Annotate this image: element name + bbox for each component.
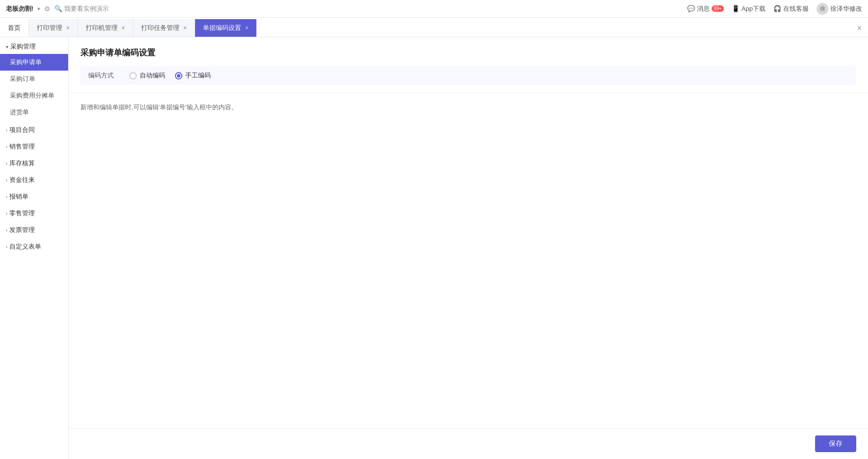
message-icon: 💬	[687, 5, 695, 12]
tab-printer-management[interactable]: 打印机管理 ×	[78, 19, 133, 37]
chevron-right-icon: ›	[6, 244, 7, 250]
online-service-button[interactable]: 🎧 在线客服	[773, 4, 809, 13]
close-all-icon: ✕	[857, 25, 862, 32]
sidebar-group-procurement-label: 采购管理	[10, 42, 36, 51]
chevron-right-icon: ›	[6, 211, 7, 216]
notification-button[interactable]: 💬 消息 99+	[687, 4, 724, 13]
search-area[interactable]: 🔍 我要看实例演示	[54, 4, 109, 13]
main-layout: ▾ 采购管理 采购申请单 采购订单 采购费用分摊单 进货单 › 项目合同 ›	[0, 37, 868, 459]
app-download-label: App下载	[742, 4, 766, 13]
content-body: 新增和编辑单据时,可以编辑'单据编号'输入框中的内容。	[69, 93, 868, 428]
page-title: 采购申请单编码设置	[80, 47, 856, 58]
tab-single-code-label: 单据编码设置	[203, 24, 241, 32]
sidebar-group-fund-label: 资金往来	[9, 176, 35, 184]
sidebar: ▾ 采购管理 采购申请单 采购订单 采购费用分摊单 进货单 › 项目合同 ›	[0, 37, 69, 459]
search-icon: 🔍	[54, 5, 62, 12]
app-download-button[interactable]: 📱 App下载	[732, 4, 766, 13]
tab-printer-management-label: 打印机管理	[86, 24, 118, 32]
headset-icon: 🎧	[773, 5, 781, 12]
radio-auto-code[interactable]: 自动编码	[129, 71, 165, 80]
sidebar-group-retail[interactable]: › 零售管理	[0, 204, 68, 221]
radio-group-encoding: 自动编码 手工编码	[129, 71, 211, 80]
sidebar-group-project-label: 项目合同	[9, 126, 35, 134]
sidebar-group-returns[interactable]: › 报销单	[0, 187, 68, 204]
tab-home[interactable]: 首页	[0, 19, 29, 37]
sidebar-group-invoice[interactable]: › 发票管理	[0, 221, 68, 237]
sidebar-group-custom-form-label: 自定义表单	[9, 242, 41, 251]
sidebar-group-returns-label: 报销单	[9, 192, 28, 201]
tab-home-label: 首页	[8, 24, 21, 32]
sidebar-group-procurement[interactable]: ▾ 采购管理	[0, 37, 68, 54]
sidebar-section-procurement: ▾ 采购管理 采购申请单 采购订单 采购费用分摊单 进货单 › 项目合同 ›	[0, 37, 68, 254]
top-bar: 老板勿割! ▾ ⚙ 🔍 我要看实例演示 💬 消息 99+ 📱 App下载 🎧 在…	[0, 0, 868, 18]
sidebar-item-purchase-expense[interactable]: 采购费用分摊单	[0, 87, 68, 104]
save-button[interactable]: 保存	[815, 435, 856, 452]
notification-label: 消息	[697, 4, 710, 13]
content-area: 采购申请单编码设置 编码方式 自动编码 手工编码 新增和编辑单据时,可以编辑'单…	[69, 37, 868, 459]
tab-single-code-setting[interactable]: 单据编码设置 ×	[195, 19, 257, 37]
tab-close-single-code[interactable]: ×	[245, 25, 248, 31]
chevron-right-icon: ›	[6, 161, 7, 166]
sidebar-group-custom-form[interactable]: › 自定义表单	[0, 237, 68, 254]
avatar: 徐	[817, 3, 828, 15]
sidebar-item-stock-in[interactable]: 进货单	[0, 104, 68, 121]
sidebar-group-sales-label: 销售管理	[9, 142, 35, 151]
download-icon: 📱	[732, 5, 740, 12]
top-bar-right: 💬 消息 99+ 📱 App下载 🎧 在线客服 徐 徐泽华修改	[687, 3, 862, 15]
tab-print-management[interactable]: 打印管理 ×	[29, 19, 78, 37]
sidebar-item-purchase-order[interactable]: 采购订单	[0, 71, 68, 87]
tab-close-printer-management[interactable]: ×	[122, 25, 125, 31]
top-bar-left: 老板勿割! ▾ ⚙ 🔍 我要看实例演示	[6, 4, 109, 13]
chevron-right-icon: ›	[6, 178, 7, 183]
sidebar-item-purchase-request[interactable]: 采购申请单	[0, 54, 68, 71]
encoding-mode-label: 编码方式	[88, 71, 118, 80]
hint-text: 新增和编辑单据时,可以编辑'单据编号'输入框中的内容。	[80, 103, 856, 112]
chevron-right-icon: ›	[6, 194, 7, 200]
username: 徐泽华修改	[830, 4, 862, 13]
chevron-right-icon: ›	[6, 228, 7, 233]
app-logo: 老板勿割!	[6, 4, 33, 13]
sidebar-group-inventory[interactable]: › 库存核算	[0, 154, 68, 171]
auto-code-label: 自动编码	[140, 71, 165, 80]
chevron-right-icon: ›	[6, 128, 7, 133]
tab-print-task-management[interactable]: 打印任务管理 ×	[133, 19, 195, 37]
manual-code-label: 手工编码	[185, 71, 211, 80]
search-text: 我要看实例演示	[64, 4, 109, 13]
encoding-mode-row: 编码方式 自动编码 手工编码	[80, 66, 856, 85]
tab-close-print-management[interactable]: ×	[66, 25, 70, 31]
close-all-tabs-button[interactable]: ✕	[851, 19, 868, 37]
user-menu-button[interactable]: 徐 徐泽华修改	[817, 3, 862, 15]
content-footer: 保存	[69, 428, 868, 459]
radio-manual-circle	[175, 72, 182, 79]
content-header: 采购申请单编码设置 编码方式 自动编码 手工编码	[69, 37, 868, 93]
radio-manual-code[interactable]: 手工编码	[175, 71, 211, 80]
tabs-bar: 首页 打印管理 × 打印机管理 × 打印任务管理 × 单据编码设置 × ✕	[0, 18, 868, 37]
online-service-label: 在线客服	[783, 4, 809, 13]
sidebar-group-project-contract[interactable]: › 项目合同	[0, 121, 68, 137]
chevron-right-icon: ›	[6, 144, 7, 150]
sidebar-group-inventory-label: 库存核算	[9, 159, 35, 168]
gear-icon[interactable]: ⚙	[44, 5, 50, 13]
tab-close-print-task[interactable]: ×	[183, 25, 187, 31]
chevron-down-icon: ▾	[6, 44, 8, 50]
sidebar-group-fund[interactable]: › 资金往来	[0, 171, 68, 187]
notification-badge: 99+	[712, 5, 724, 12]
radio-auto-circle	[129, 72, 137, 79]
sidebar-group-sales[interactable]: › 销售管理	[0, 137, 68, 154]
tab-print-task-management-label: 打印任务管理	[141, 24, 179, 32]
chevron-down-icon[interactable]: ▾	[37, 5, 40, 12]
sidebar-group-retail-label: 零售管理	[9, 209, 35, 218]
tab-print-management-label: 打印管理	[37, 24, 62, 32]
sidebar-group-invoice-label: 发票管理	[9, 226, 35, 234]
